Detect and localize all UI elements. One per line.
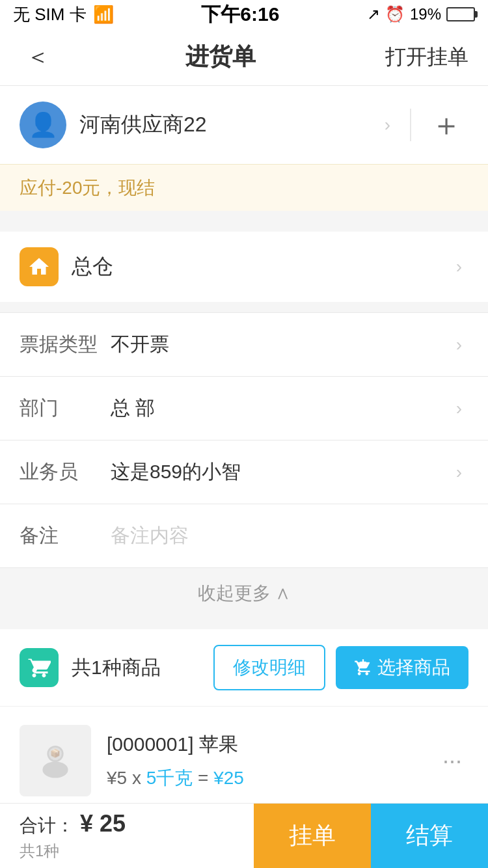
staff-chevron-icon: › [456, 462, 462, 483]
department-label: 部门 [20, 395, 111, 422]
edit-detail-button[interactable]: 修改明细 [213, 645, 325, 690]
supplier-notice: 应付-20元，现结 [0, 164, 488, 211]
supplier-avatar: 👤 [20, 102, 66, 148]
select-product-label: 选择商品 [377, 655, 450, 680]
product-name: [0000001] 苹果 [107, 731, 436, 758]
form-section: 票据类型 不开票 › 部门 总 部 › 业务员 这是859的小智 › 备注 备注… [0, 312, 488, 619]
products-count: 共1种商品 [72, 655, 213, 681]
checkout-button[interactable]: 结算 [371, 804, 488, 869]
remark-row[interactable]: 备注 备注内容 [0, 504, 488, 567]
battery-percent: 19% [410, 5, 441, 23]
page-title: 进货单 [185, 41, 256, 73]
products-section: 共1种商品 修改明细 选择商品 📦 [000000 [0, 629, 488, 815]
status-right: ↗ ⏰ 19% [367, 5, 475, 23]
divider [410, 109, 411, 141]
product-title: 苹果 [199, 733, 238, 755]
total-sub: 共1种 [20, 841, 234, 861]
supplier-section: 👤 河南供应商22 › ＋ 应付-20元，现结 [0, 86, 488, 211]
carrier-text: 无 SIM 卡 [13, 3, 87, 26]
product-more-button[interactable]: ··· [436, 740, 468, 781]
product-multiply: x [132, 768, 146, 788]
remark-placeholder: 备注内容 [111, 522, 468, 549]
ticket-type-chevron-icon: › [456, 334, 462, 355]
avatar-icon: 👤 [29, 111, 58, 139]
open-pending-button[interactable]: 打开挂单 [385, 43, 468, 72]
staff-row[interactable]: 业务员 这是859的小智 › [0, 440, 488, 504]
product-quantity: 5千克 [146, 768, 193, 788]
select-product-button[interactable]: 选择商品 [336, 646, 468, 689]
collapse-label: 收起更多 ∧ [198, 581, 291, 606]
department-row[interactable]: 部门 总 部 › [0, 376, 488, 440]
warehouse-row[interactable]: 总仓 › [0, 221, 488, 302]
product-price-row: ¥5 x 5千克 = ¥25 [107, 766, 436, 791]
supplier-name: 河南供应商22 [79, 111, 385, 139]
product-code: [0000001] [107, 733, 193, 755]
supplier-row[interactable]: 👤 河南供应商22 › ＋ [0, 86, 488, 164]
back-button[interactable]: ＜ [20, 34, 56, 79]
svg-text:📦: 📦 [50, 748, 61, 759]
total-amount: ¥ 25 [80, 810, 126, 837]
department-value: 总 部 [111, 395, 456, 422]
supplier-chevron-icon: › [385, 115, 390, 135]
ticket-type-value: 不开票 [111, 331, 456, 358]
svg-point-1 [42, 761, 68, 778]
location-icon: ↗ [367, 5, 380, 23]
staff-label: 业务员 [20, 459, 111, 485]
cart-plus-icon [354, 658, 372, 677]
warehouse-icon [20, 247, 59, 286]
products-icon [20, 648, 59, 687]
status-time: 下午6:16 [114, 1, 367, 28]
warehouse-section: 总仓 › [0, 221, 488, 302]
add-supplier-button[interactable]: ＋ [424, 104, 468, 146]
ticket-type-row[interactable]: 票据类型 不开票 › [0, 312, 488, 376]
ticket-type-label: 票据类型 [20, 331, 111, 358]
department-chevron-icon: › [456, 398, 462, 419]
warehouse-chevron-icon: › [456, 256, 462, 277]
product-info: [0000001] 苹果 ¥5 x 5千克 = ¥25 [107, 731, 436, 791]
main-content: 👤 河南供应商22 › ＋ 应付-20元，现结 总仓 › 票据类型 不开票 [0, 86, 488, 868]
products-header: 共1种商品 修改明细 选择商品 [0, 629, 488, 707]
nav-bar: ＜ 进货单 打开挂单 [0, 29, 488, 86]
total-label: 合计： [20, 815, 74, 835]
product-thumbnail: 📦 [20, 725, 91, 796]
product-item: 📦 [0000001] 苹果 ¥5 x 5千克 = ¥25 ··· [0, 707, 488, 815]
product-placeholder-icon: 📦 [33, 738, 78, 783]
footer-total: 合计： ¥ 25 共1种 [0, 810, 254, 861]
wifi-icon: 📶 [93, 5, 114, 25]
alarm-icon: ⏰ [385, 5, 405, 23]
collapse-row[interactable]: 收起更多 ∧ [0, 567, 488, 619]
notice-text: 应付-20元，现结 [20, 178, 155, 198]
remark-label: 备注 [20, 522, 111, 549]
status-carrier: 无 SIM 卡 📶 [13, 3, 114, 26]
pending-button[interactable]: 挂单 [254, 804, 371, 869]
battery-icon [446, 7, 475, 21]
product-unit-price: ¥5 [107, 768, 127, 788]
staff-value: 这是859的小智 [111, 459, 456, 485]
footer: 合计： ¥ 25 共1种 挂单 结算 [0, 803, 488, 868]
product-total: ¥25 [213, 768, 244, 788]
warehouse-name: 总仓 [72, 252, 456, 281]
product-equals: = [198, 768, 213, 788]
status-bar: 无 SIM 卡 📶 下午6:16 ↗ ⏰ 19% [0, 0, 488, 29]
